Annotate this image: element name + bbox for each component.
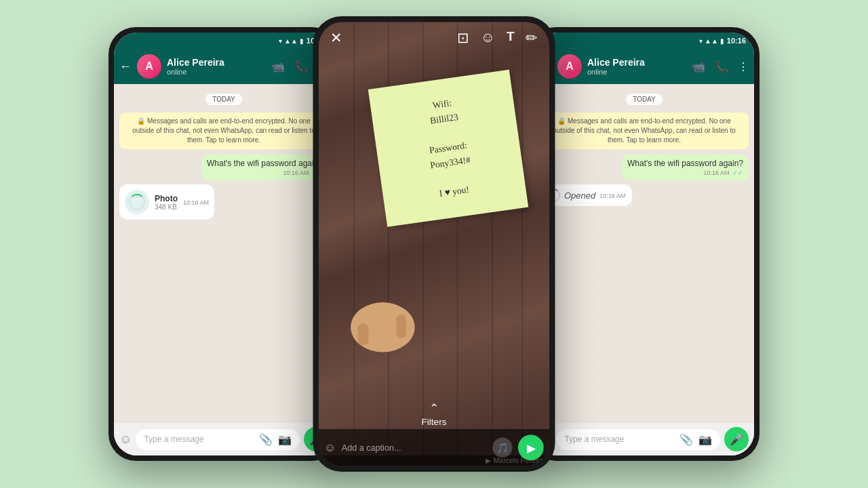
- contact-status-right: online: [587, 68, 686, 76]
- signal-icon-left: ▲▲: [284, 37, 298, 45]
- input-bar-left: ☺ Type a message 📎 📷 🎤: [114, 423, 334, 455]
- msg-sent-right: What's the wifi password again? 10:16 AM…: [622, 155, 749, 180]
- input-placeholder-right: Type a message: [564, 434, 624, 444]
- signal-icon-right: ▲▲: [705, 37, 718, 45]
- filters-section[interactable]: ⌃ Filters: [319, 401, 549, 427]
- caption-area: ▶ Marcelo Pereira ☺ Add a caption... 🎵 ▶: [319, 455, 549, 466]
- close-editor-icon[interactable]: ✕: [330, 29, 342, 46]
- input-field-right[interactable]: Type a message 📎 📷: [556, 429, 720, 450]
- status-bar-right: ▾ ▲▲ ▮ 10:16: [534, 33, 754, 49]
- status-time-right: 10:16: [727, 37, 746, 45]
- encryption-notice-left[interactable]: 🔒 Messages and calls are end-to-end encr…: [119, 113, 328, 149]
- filters-chevron-icon: ⌃: [319, 401, 549, 415]
- avatar-img-left: A: [137, 54, 161, 79]
- encryption-text-left: Messages and calls are end-to-end encryp…: [132, 117, 315, 144]
- msg-sent-text-right: What's the wifi password again?: [627, 159, 743, 168]
- opened-label-right: Opened: [564, 190, 595, 201]
- contact-status-left: online: [167, 68, 266, 76]
- sticky-note: Wifi:Billil23Password:Pony334!#I ♥ you!: [368, 70, 528, 227]
- editor-toolbar: ✕ ⊡ ☺ T ✏: [319, 22, 549, 53]
- lock-icon-left: 🔒: [137, 117, 145, 125]
- filters-label: Filters: [319, 416, 549, 427]
- svg-rect-2: [371, 313, 382, 338]
- audio-caption-btn[interactable]: 🎵: [492, 438, 512, 458]
- today-badge-left: TODAY: [205, 92, 242, 104]
- attach-icon-right[interactable]: 📎: [679, 433, 693, 446]
- phones-container: ▾ ▲▲ ▮ 10:16 ← A Alice Pereira online 📹: [0, 0, 868, 488]
- draw-editor-icon[interactable]: ✏: [526, 29, 538, 46]
- chat-bg-left: TODAY 🔒 Messages and calls are end-to-en…: [114, 84, 334, 423]
- photo-info-left: Photo 348 KB: [155, 194, 178, 211]
- battery-icon-right: ▮: [720, 37, 724, 45]
- mic-button-right[interactable]: 🎤: [724, 427, 749, 451]
- input-field-left[interactable]: Type a message 📎 📷: [136, 429, 300, 450]
- battery-icon-left: ▮: [300, 37, 304, 45]
- today-label-left: TODAY: [205, 94, 242, 105]
- avatar-left: A: [137, 54, 161, 79]
- photo-loading-icon-left: [129, 194, 145, 210]
- send-button-middle[interactable]: ▶: [518, 434, 544, 460]
- opened-time-right: 10:16 AM: [599, 192, 625, 199]
- back-button-left[interactable]: ←: [119, 60, 132, 74]
- emoji-input-icon-left[interactable]: ☺: [119, 432, 132, 447]
- caption-bar: ☺ Add a caption... 🎵 ▶: [319, 429, 549, 466]
- editor-icons-right: ⊡ ☺ T ✏: [457, 29, 538, 46]
- msg-sent-time-right: 10:16 AM ✓✓: [627, 169, 743, 176]
- svg-rect-4: [396, 314, 406, 338]
- status-bar-left: ▾ ▲▲ ▮ 10:16: [114, 33, 334, 49]
- chat-header-left: ← A Alice Pereira online 📹 📞 ⋮: [114, 49, 334, 84]
- photo-label-left: Photo: [155, 194, 178, 203]
- svg-rect-1: [358, 324, 369, 346]
- caption-input-field[interactable]: Add a caption...: [342, 443, 487, 453]
- phone-left: ▾ ▲▲ ▮ 10:16 ← A Alice Pereira online 📹: [108, 27, 339, 461]
- input-icons-right: 📎 📷: [679, 433, 712, 446]
- hand-svg: [344, 291, 422, 356]
- input-bar-right: ☺ Type a message 📎 📷 🎤: [534, 423, 754, 455]
- encryption-text-right: Messages and calls are end-to-end encryp…: [553, 117, 736, 144]
- video-call-icon-right[interactable]: 📹: [692, 60, 705, 73]
- crop-icon[interactable]: ⊡: [457, 29, 469, 46]
- phone-middle: ✕ ⊡ ☺ T ✏ Wifi:Billil23Password:Pony334!…: [313, 16, 555, 472]
- encryption-notice-right[interactable]: 🔒 Messages and calls are end-to-end encr…: [540, 113, 749, 149]
- phone-right-screen: ▾ ▲▲ ▮ 10:16 ← A Alice Pereira online 📹: [534, 33, 754, 455]
- photo-time-left: 10:16 AM: [183, 199, 209, 206]
- attach-icon-left[interactable]: 📎: [259, 433, 273, 446]
- contact-info-right[interactable]: Alice Pereira online: [587, 57, 686, 76]
- phone-left-screen: ▾ ▲▲ ▮ 10:16 ← A Alice Pereira online 📹: [114, 33, 334, 455]
- emoji-editor-icon[interactable]: ☺: [481, 29, 495, 46]
- chat-header-right: ← A Alice Pereira online 📹 📞 ⋮: [534, 49, 754, 84]
- status-icons-right: ▾ ▲▲ ▮: [699, 37, 724, 45]
- today-label-right: TODAY: [626, 94, 663, 105]
- contact-name-right: Alice Pereira: [587, 57, 686, 68]
- camera-input-icon-right[interactable]: 📷: [698, 433, 712, 446]
- chat-bg-right: TODAY 🔒 Messages and calls are end-to-en…: [534, 84, 754, 423]
- camera-input-icon-left[interactable]: 📷: [278, 433, 292, 446]
- status-icons-left: ▾ ▲▲ ▮: [279, 37, 304, 45]
- msg-sent-time-left: 10:16 AM ✓✓: [207, 169, 323, 176]
- photo-icon-wrap-left: [125, 190, 149, 214]
- video-call-icon-left[interactable]: 📹: [271, 60, 285, 73]
- text-editor-icon[interactable]: T: [507, 29, 515, 46]
- avatar-img-right: A: [557, 54, 582, 79]
- call-icon-right[interactable]: 📞: [715, 60, 728, 73]
- lock-icon-right: 🔒: [557, 117, 566, 125]
- msg-sent-text-left: What's the wifi password again?: [207, 159, 323, 168]
- wifi-icon-left: ▾: [279, 37, 282, 45]
- contact-info-left[interactable]: Alice Pereira online: [167, 57, 266, 76]
- photo-msg-left[interactable]: Photo 348 KB 10:16 AM: [119, 184, 214, 220]
- caption-placeholder: Add a caption...: [342, 443, 401, 453]
- today-badge-right: TODAY: [626, 92, 663, 104]
- call-icon-left[interactable]: 📞: [294, 60, 308, 73]
- header-icons-right: 📹 📞 ⋮: [692, 60, 749, 73]
- wood-line-1: [353, 22, 355, 466]
- avatar-right: A: [557, 54, 582, 79]
- sticky-note-text: Wifi:Billil23Password:Pony334!#I ♥ you!: [380, 89, 516, 209]
- menu-icon-right[interactable]: ⋮: [738, 60, 749, 73]
- svg-rect-3: [383, 312, 394, 338]
- msg-sent-left: What's the wifi password again? 10:16 AM…: [201, 155, 328, 180]
- hand-holding: [344, 291, 422, 356]
- emoji-caption-icon[interactable]: ☺: [324, 441, 336, 454]
- wifi-icon-right: ▾: [699, 37, 703, 45]
- input-icons-left: 📎 📷: [259, 433, 292, 446]
- photo-size-left: 348 KB: [155, 203, 178, 211]
